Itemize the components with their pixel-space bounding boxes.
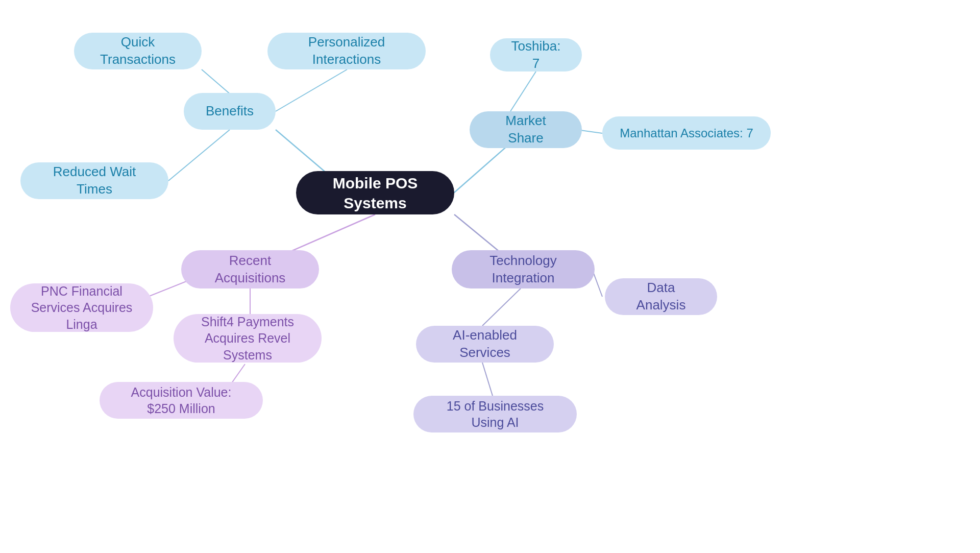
- businesses-using-ai-node: 15 of Businesses Using AI: [413, 396, 577, 432]
- technology-integration-node: Technology Integration: [452, 250, 595, 288]
- market-share-node: Market Share: [470, 111, 582, 148]
- svg-line-14: [482, 363, 493, 396]
- shift4-node: Shift4 Payments Acquires Revel Systems: [174, 314, 322, 363]
- acquisition-value-node: Acquisition Value: $250 Million: [100, 382, 263, 419]
- ai-enabled-services-node: AI-enabled Services: [416, 326, 554, 363]
- svg-line-2: [276, 69, 347, 111]
- svg-line-3: [168, 130, 230, 181]
- benefits-node: Benefits: [184, 93, 276, 130]
- toshiba-node: Toshiba: 7: [490, 38, 582, 71]
- svg-line-13: [482, 288, 521, 326]
- data-analysis-node: Data Analysis: [605, 278, 717, 315]
- reduced-wait-times-node: Reduced Wait Times: [20, 162, 168, 199]
- pnc-financial-node: PNC Financial Services Acquires Linga: [10, 283, 153, 332]
- manhattan-associates-node: Manhattan Associates: 7: [602, 116, 771, 150]
- personalized-interactions-node: Personalized Interactions: [267, 33, 426, 69]
- recent-acquisitions-node: Recent Acquisitions: [181, 250, 319, 288]
- quick-transactions-node: Quick Transactions: [74, 33, 202, 69]
- center-node: Mobile POS Systems: [296, 171, 454, 214]
- svg-line-5: [510, 71, 536, 111]
